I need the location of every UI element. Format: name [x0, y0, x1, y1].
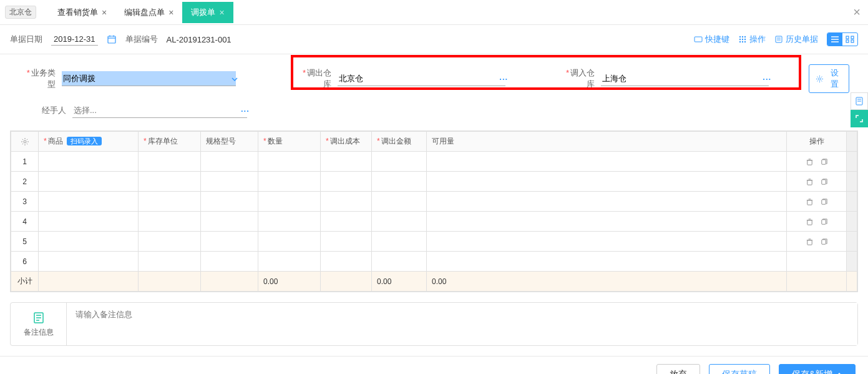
settings-button[interactable]: 设置	[809, 64, 849, 93]
form-row-1: *业务类型 *调出仓库 ··· *调入仓库 ··· 设置	[0, 54, 868, 97]
tab-transfer[interactable]: 调拨单 ×	[182, 2, 233, 23]
settings-label: 设置	[826, 67, 842, 90]
delete-icon[interactable]	[806, 237, 814, 245]
close-icon[interactable]: ×	[102, 7, 107, 17]
table-row[interactable]: 5	[11, 232, 857, 252]
th-avail: 可用量	[432, 137, 454, 145]
field-out-warehouse: *调出仓库 ···	[295, 67, 508, 90]
remark-label-box: 备注信息	[11, 303, 67, 345]
table-row[interactable]: 1	[11, 152, 857, 172]
copy-icon[interactable]	[820, 237, 828, 245]
svg-rect-21	[851, 36, 854, 39]
side-doc-icon[interactable]	[851, 92, 868, 110]
svg-point-8	[739, 39, 741, 40]
tab-view-sales[interactable]: 查看销货单 ×	[49, 2, 115, 23]
more-icon[interactable]: ···	[763, 74, 771, 84]
footer-bar: 放弃 保存草稿 保存&新增	[0, 356, 868, 374]
table-row[interactable]: 6	[11, 252, 857, 272]
calendar-icon[interactable]	[107, 34, 117, 45]
tab-label: 调拨单	[191, 7, 215, 18]
in-wh-label: *调入仓库	[558, 67, 595, 90]
close-page-icon[interactable]: ×	[853, 5, 861, 19]
view-toggle	[827, 32, 858, 46]
th-unit: 库存单位	[148, 137, 178, 145]
field-handler: 经手人 ···	[31, 103, 250, 118]
svg-point-9	[742, 39, 743, 40]
in-wh-input[interactable]	[601, 71, 769, 86]
subtotal-avail: 0.00	[427, 272, 787, 292]
copy-icon[interactable]	[820, 177, 828, 185]
shortcut-label: 快捷键	[705, 34, 729, 45]
remark-input[interactable]	[67, 303, 857, 345]
view-list-icon[interactable]	[827, 33, 842, 46]
warehouse-tag: 北京仓	[5, 6, 36, 19]
svg-point-5	[739, 36, 741, 37]
items-table-wrapper: *商品扫码录入 *库存单位 规格型号 *数量 *调出成本 *调出金额 可用量 操…	[10, 130, 858, 292]
table-row[interactable]: 2	[11, 172, 857, 192]
gear-icon[interactable]	[21, 137, 29, 145]
remark-section: 备注信息	[10, 302, 858, 346]
delete-icon[interactable]	[806, 157, 814, 165]
tab-label: 编辑盘点单	[124, 7, 165, 18]
th-amount: 调出金额	[381, 137, 411, 145]
close-icon[interactable]: ×	[168, 7, 173, 17]
svg-rect-22	[846, 40, 849, 42]
handler-label: 经手人	[31, 105, 66, 116]
more-icon[interactable]: ···	[499, 74, 508, 84]
row-index: 4	[11, 212, 39, 232]
tab-edit-inventory[interactable]: 编辑盘点单 ×	[115, 2, 182, 23]
more-icon[interactable]: ···	[241, 106, 250, 116]
svg-rect-34	[807, 200, 811, 204]
copy-icon[interactable]	[820, 217, 828, 225]
out-wh-label: *调出仓库	[295, 67, 331, 90]
delete-icon[interactable]	[806, 177, 814, 185]
svg-point-12	[742, 41, 743, 42]
th-ops: 操作	[809, 137, 824, 145]
save-new-button[interactable]: 保存&新增	[779, 364, 856, 374]
view-grid-icon[interactable]	[842, 33, 857, 46]
row-index: 6	[11, 252, 39, 272]
svg-rect-38	[807, 220, 811, 224]
svg-rect-0	[108, 36, 115, 43]
table-row[interactable]: 4	[11, 212, 857, 232]
biz-type-input[interactable]	[62, 71, 236, 86]
delete-icon[interactable]	[806, 197, 814, 205]
discard-button[interactable]: 放弃	[656, 364, 700, 374]
svg-rect-20	[846, 36, 849, 39]
save-draft-button[interactable]: 保存草稿	[709, 364, 770, 374]
table-row[interactable]: 3	[11, 192, 857, 212]
side-expand-icon[interactable]	[851, 110, 868, 127]
out-wh-input[interactable]	[338, 71, 505, 86]
shortcut-link[interactable]: 快捷键	[694, 34, 729, 45]
svg-point-10	[744, 39, 746, 40]
subtotal-qty: 0.00	[258, 272, 321, 292]
delete-icon[interactable]	[806, 217, 814, 225]
svg-point-6	[742, 36, 743, 37]
doc-no-label: 单据编号	[125, 34, 158, 45]
history-link[interactable]: 历史单据	[774, 34, 818, 45]
svg-rect-23	[851, 40, 854, 42]
row-index: 2	[11, 172, 39, 192]
date-value[interactable]: 2019-12-31	[51, 33, 98, 46]
svg-point-11	[739, 41, 741, 42]
svg-rect-42	[807, 240, 811, 244]
svg-point-13	[744, 41, 746, 42]
row-index: 3	[11, 192, 39, 212]
biz-type-label: *业务类型	[19, 67, 56, 90]
doc-no-value: AL-20191231-001	[167, 35, 232, 44]
operate-link[interactable]: 操作	[738, 34, 766, 45]
field-in-warehouse: *调入仓库 ···	[558, 67, 771, 90]
svg-rect-4	[695, 37, 702, 42]
tabs-bar: 北京仓 查看销货单 × 编辑盘点单 × 调拨单 × ×	[0, 0, 868, 25]
close-icon[interactable]: ×	[219, 7, 224, 17]
chevron-down-icon[interactable]	[231, 74, 238, 83]
svg-rect-41	[821, 219, 826, 224]
scan-tag[interactable]: 扫码录入	[67, 137, 102, 145]
history-label: 历史单据	[786, 34, 818, 45]
side-float-tools	[851, 92, 868, 127]
copy-icon[interactable]	[820, 197, 828, 205]
copy-icon[interactable]	[820, 157, 828, 165]
svg-rect-33	[821, 179, 826, 184]
svg-point-7	[744, 36, 746, 37]
handler-input[interactable]	[72, 103, 247, 118]
